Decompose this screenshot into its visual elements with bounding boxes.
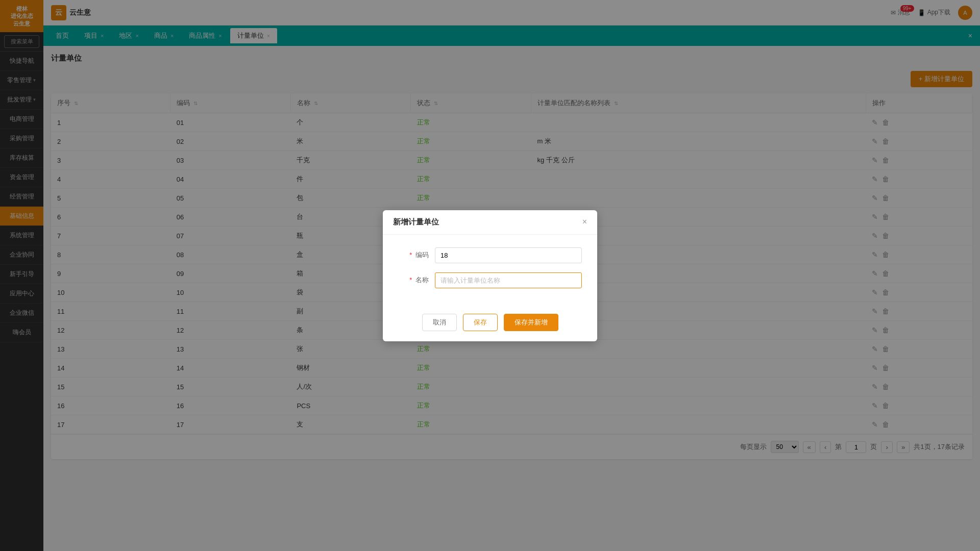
modal-overlay: 新增计量单位 × * 编码 * 名称 取消 保存 保存并新增 xyxy=(0,0,980,551)
code-label: * 编码 xyxy=(398,251,429,260)
name-label: * 名称 xyxy=(398,276,429,285)
name-input[interactable] xyxy=(435,272,582,288)
dialog-body: * 编码 * 名称 xyxy=(383,235,597,308)
name-label-text: 名称 xyxy=(415,276,429,284)
dialog-title: 新增计量单位 xyxy=(393,217,439,227)
save-and-new-button[interactable]: 保存并新增 xyxy=(504,314,558,331)
code-input[interactable] xyxy=(435,247,582,263)
required-mark-code: * xyxy=(409,251,412,259)
dialog-close-button[interactable]: × xyxy=(582,218,587,226)
dialog-header: 新增计量单位 × xyxy=(383,210,597,235)
required-mark-name: * xyxy=(409,276,412,284)
code-label-text: 编码 xyxy=(415,251,429,259)
add-unit-dialog: 新增计量单位 × * 编码 * 名称 取消 保存 保存并新增 xyxy=(383,210,597,341)
form-field-name: * 名称 xyxy=(398,272,582,288)
cancel-button[interactable]: 取消 xyxy=(422,314,457,331)
save-button[interactable]: 保存 xyxy=(463,314,498,331)
dialog-footer: 取消 保存 保存并新增 xyxy=(383,308,597,341)
form-field-code: * 编码 xyxy=(398,247,582,263)
